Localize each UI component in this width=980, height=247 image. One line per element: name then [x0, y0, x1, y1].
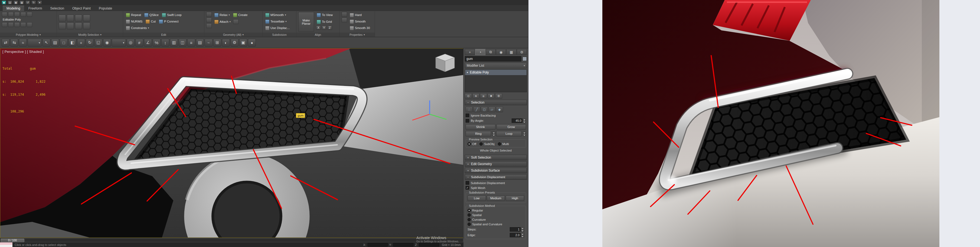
- tab-modeling[interactable]: Modeling: [3, 6, 24, 11]
- subdivision-displacement-checkbox[interactable]: [466, 181, 469, 184]
- modify-selection-tool-icon[interactable]: [67, 14, 74, 21]
- show-end-result-button[interactable]: ≋: [473, 93, 479, 99]
- angle-snap-icon[interactable]: ∠: [144, 39, 152, 47]
- new-scene-icon[interactable]: ▤: [8, 0, 12, 5]
- x-coord-field[interactable]: [368, 243, 388, 247]
- time-slider-handle[interactable]: 0 / 100: [1, 239, 24, 242]
- polygon-modeling-tool-icon[interactable]: [21, 22, 26, 27]
- tab-freeform[interactable]: Freeform: [25, 6, 46, 11]
- make-unique-button[interactable]: ⧈: [480, 93, 487, 99]
- modify-selection-tool-icon[interactable]: [83, 22, 90, 29]
- stack-item-editable-poly[interactable]: ● Editable Poly: [465, 70, 527, 75]
- geometry-tool-icon[interactable]: [206, 12, 212, 17]
- rollout-soft-selection[interactable]: + Soft Selection: [465, 155, 527, 160]
- subobject-edge-icon[interactable]: [8, 12, 14, 17]
- method-spatial-radio[interactable]: [468, 213, 471, 217]
- p-connect-button[interactable]: P Connect: [158, 18, 180, 24]
- z-coord-field[interactable]: [419, 243, 439, 247]
- edge-value[interactable]: 2.0: [510, 233, 520, 237]
- rollout-subdivision-surface[interactable]: + Subdivision Surface: [465, 168, 527, 173]
- constraints-dropdown[interactable]: Constraints▾: [125, 25, 150, 31]
- use-displacement-toggle[interactable]: Use Displac...: [264, 25, 294, 31]
- tab-create[interactable]: +: [465, 49, 475, 55]
- method-curvature-radio[interactable]: [468, 218, 471, 221]
- select-and-move-icon[interactable]: +: [77, 39, 85, 47]
- subobject-element-icon[interactable]: [27, 12, 32, 17]
- tab-object-paint[interactable]: Object Paint: [68, 6, 94, 11]
- make-planar-button[interactable]: Make Planar: [298, 12, 314, 32]
- split-mesh-checkbox[interactable]: ✓: [466, 186, 469, 189]
- panel-footer-modify-selection[interactable]: Modify Selection ▾: [57, 32, 123, 37]
- swift-loop-button[interactable]: Swift Loop: [161, 12, 183, 18]
- properties-tool-icon[interactable]: [342, 18, 347, 22]
- open-file-icon[interactable]: ▣: [14, 0, 18, 5]
- editable-poly-label[interactable]: Editable Poly: [2, 18, 55, 22]
- tab-modify[interactable]: ◔: [475, 49, 485, 55]
- configure-modifier-sets-button[interactable]: ⚙: [495, 93, 502, 99]
- ignore-backfacing-checkbox[interactable]: [466, 114, 469, 117]
- tab-hierarchy[interactable]: ⧉: [486, 49, 496, 55]
- modifier-list-dropdown[interactable]: Modifier List ▾: [465, 63, 527, 68]
- layer-manager-icon[interactable]: ▤: [196, 39, 204, 47]
- use-pivot-center-icon[interactable]: ◎: [127, 39, 135, 47]
- select-object-icon[interactable]: ↖: [43, 39, 50, 47]
- method-spatial-curvature-radio[interactable]: [468, 223, 471, 226]
- spinner-snap-icon[interactable]: ↕: [161, 39, 169, 47]
- nurms-button[interactable]: NURMS: [125, 18, 143, 24]
- loop-button[interactable]: Loop: [496, 131, 522, 136]
- border-subobject-button[interactable]: ◻: [481, 107, 488, 112]
- reference-coordinate-dropdown[interactable]: ▾: [112, 39, 126, 47]
- preview-subobj-radio[interactable]: [479, 142, 483, 146]
- rollout-selection[interactable]: − Selection: [465, 100, 527, 105]
- edge-spinner[interactable]: [521, 233, 524, 237]
- panel-footer-align[interactable]: Align: [296, 32, 339, 37]
- material-editor-icon[interactable]: ◐: [222, 39, 230, 47]
- hard-edge-button[interactable]: Hard: [349, 12, 371, 18]
- polygon-modeling-tool-icon[interactable]: [2, 22, 7, 27]
- steps-spinner[interactable]: [521, 227, 524, 231]
- panel-footer-subdivision[interactable]: Subdivision: [262, 32, 296, 37]
- qslice-button[interactable]: QSlice: [143, 12, 159, 18]
- named-selection-sets-icon[interactable]: ▥: [170, 39, 178, 47]
- element-subobject-button[interactable]: ◆: [496, 107, 503, 112]
- rollout-edit-geometry[interactable]: + Edit Geometry: [465, 161, 527, 167]
- attach-button[interactable]: Attach▾: [213, 19, 231, 25]
- cut-button[interactable]: Cut: [145, 18, 156, 24]
- to-view-button[interactable]: To View: [316, 12, 334, 18]
- maxscript-mini-listener[interactable]: [0, 242, 13, 247]
- panel-footer-edit[interactable]: Edit: [123, 32, 204, 37]
- polygon-subobject-button[interactable]: ▱: [488, 107, 495, 112]
- geometry-tool-icon[interactable]: [233, 19, 239, 24]
- curve-editor-icon[interactable]: ~: [205, 39, 213, 47]
- polygon-modeling-tool-icon[interactable]: [8, 22, 14, 27]
- save-file-icon[interactable]: ▦: [19, 0, 24, 5]
- tab-selection[interactable]: Selection: [46, 6, 68, 11]
- percent-snap-icon[interactable]: %: [153, 39, 161, 47]
- panel-footer-polygon-modeling[interactable]: Polygon Modeling ▾: [0, 32, 57, 37]
- tab-utilities[interactable]: ⚙: [517, 49, 527, 55]
- visibility-icon[interactable]: ●: [467, 71, 468, 74]
- by-angle-checkbox[interactable]: [466, 119, 469, 123]
- schematic-view-icon[interactable]: ⊞: [213, 39, 221, 47]
- max-logo-icon[interactable]: ◆: [2, 0, 6, 5]
- select-and-link-icon[interactable]: ⇄: [2, 39, 10, 47]
- select-and-scale-icon[interactable]: ◱: [94, 39, 102, 47]
- method-regular-radio[interactable]: [468, 209, 471, 212]
- align-y-button[interactable]: Y: [321, 26, 326, 30]
- time-slider[interactable]: 0 / 100: [0, 238, 463, 242]
- by-angle-value[interactable]: 45.0: [512, 119, 522, 123]
- loop-spinner[interactable]: [523, 132, 526, 136]
- by-angle-spinner[interactable]: [523, 119, 526, 123]
- remove-modifier-button[interactable]: ✖: [488, 93, 495, 99]
- selection-region-icon[interactable]: □: [60, 39, 68, 47]
- render-icon[interactable]: ●: [248, 39, 256, 47]
- preview-off-radio[interactable]: [468, 142, 471, 146]
- smooth-30-button[interactable]: Smooth 30: [349, 25, 371, 31]
- ring-button[interactable]: Ring: [466, 131, 491, 136]
- mirror-icon[interactable]: ◫: [179, 39, 186, 47]
- render-setup-icon[interactable]: ⚙: [231, 39, 239, 47]
- bind-to-space-warp-icon[interactable]: ≈: [19, 39, 27, 47]
- geometry-tool-icon[interactable]: [206, 23, 212, 28]
- snaps-toggle-icon[interactable]: #: [135, 39, 143, 47]
- panel-footer-geometry[interactable]: Geometry (All) ▾: [204, 32, 262, 37]
